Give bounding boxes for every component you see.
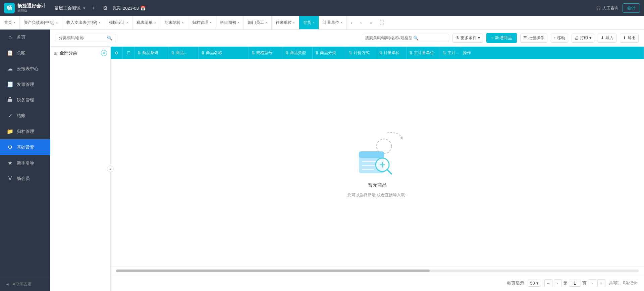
export-button[interactable]: ⬆ 导出 <box>620 34 639 43</box>
first-page-button[interactable]: « <box>544 279 552 287</box>
horizontal-scrollbar[interactable] <box>116 270 639 272</box>
add-tab-button[interactable]: + <box>89 3 98 13</box>
export-icon: ⬆ <box>623 36 626 40</box>
calendar-icon[interactable]: 📅 <box>140 6 146 11</box>
edit-category-icon[interactable]: ✏ <box>101 50 107 56</box>
tab-contacts[interactable]: 往来单位 × <box>272 16 300 29</box>
tab-income[interactable]: 收入支出表(年报) × <box>62 16 105 29</box>
tab-close-icon[interactable]: × <box>99 21 101 25</box>
logo-text: 畅捷通好会计 旗舰版 <box>17 3 46 13</box>
tab-template[interactable]: 模版设计 × <box>105 16 133 29</box>
th-operation: 操作 <box>460 47 644 59</box>
svg-line-8 <box>387 169 391 174</box>
tab-unit[interactable]: 计量单位 × <box>319 16 347 29</box>
table-search-input[interactable] <box>365 36 412 40</box>
next-page-button[interactable]: › <box>588 279 596 287</box>
sidebar-item-member[interactable]: V 畅会员 <box>0 171 50 186</box>
cloud-icon: ☁ <box>7 65 13 72</box>
sidebar-collapse-button[interactable]: ◄ ◄取消固定 <box>0 277 50 291</box>
tab-period-close[interactable]: 期末结转 × <box>160 16 188 29</box>
account-button[interactable]: 会计 <box>623 3 640 13</box>
all-category-label: 全部分类 <box>60 50 77 56</box>
sidebar-item-cloud-report[interactable]: ☁ 云报表中心 <box>0 61 50 77</box>
th-main-unit[interactable]: ⇅主计量单位 <box>407 47 440 59</box>
sidebar-item-home[interactable]: ⌂ 首页 <box>0 30 50 45</box>
svg-rect-3 <box>359 151 384 158</box>
tab-inventory[interactable]: 存货 × <box>299 16 319 29</box>
folder-icon: 📁 <box>7 128 13 135</box>
scrollbar-thumb[interactable] <box>116 270 430 272</box>
close-all-tabs-button[interactable]: × <box>366 16 376 29</box>
tab-close-icon[interactable]: × <box>154 21 156 25</box>
pagination: 每页显示 50 ▾ « ‹ 第 页 › » 共0页，0条记录 <box>111 275 644 291</box>
table-search-box[interactable]: 🔍 <box>362 34 449 42</box>
th-spec[interactable]: ⇅规格型号 <box>249 47 282 59</box>
page-body: ⊞ 全部分类 ✏ ◄ ⚙ ☐ ⇅商品条码 <box>50 47 644 291</box>
tab-dept-staff[interactable]: 部门员工 × <box>244 16 272 29</box>
page-number-input[interactable] <box>569 280 581 287</box>
th-settings[interactable]: ⚙ <box>111 47 123 59</box>
sidebar-item-guide[interactable]: ★ 新手引导 <box>0 155 50 171</box>
th-extra-col[interactable]: ⇅主计... <box>440 47 460 59</box>
collapse-panel-button[interactable]: ◄ <box>107 165 114 172</box>
th-barcode[interactable]: ⇅商品条码 <box>135 47 168 59</box>
checkmark-icon: ✓ <box>7 112 13 119</box>
search-icon[interactable]: 🔍 <box>413 36 419 41</box>
sidebar-item-invoice[interactable]: 🧾 发票管理 <box>0 77 50 92</box>
tab-close-icon[interactable]: × <box>237 21 239 25</box>
filter-icon: ⚗ <box>455 36 459 40</box>
tab-close-icon[interactable]: × <box>126 21 128 25</box>
th-category[interactable]: ⇅商品分类 <box>313 47 346 59</box>
tab-taxform[interactable]: 税表清单 × <box>132 16 160 29</box>
per-page-select[interactable]: 50 ▾ <box>528 280 541 287</box>
sidebar-item-close[interactable]: ✓ 结账 <box>0 108 50 124</box>
th-product-type[interactable]: ⇅商品类型 <box>282 47 313 59</box>
tab-close-icon[interactable]: × <box>265 21 267 25</box>
logo-icon: 畅 <box>4 3 15 13</box>
th-price-method[interactable]: ⇅计价方式 <box>346 47 376 59</box>
print-button[interactable]: 🖨 打印 ▾ <box>572 34 594 43</box>
horizontal-scrollbar-area <box>111 266 644 275</box>
tab-close-icon[interactable]: × <box>340 21 342 25</box>
tab-close-icon[interactable]: × <box>182 21 184 25</box>
sidebar-item-settings[interactable]: ⚙ 基础设置 <box>0 139 50 155</box>
th-unit[interactable]: ⇅计量单位 <box>376 47 407 59</box>
period-info: 账期 2023-03 📅 <box>113 5 146 11</box>
tab-close-icon[interactable]: × <box>313 21 315 25</box>
filter-button[interactable]: ⚗ 更多条件 ▾ <box>452 34 483 43</box>
expand-tab-button[interactable]: ⛶ <box>376 16 387 29</box>
move-button[interactable]: ↕ 移动 <box>551 34 568 43</box>
last-page-button[interactable]: » <box>597 279 605 287</box>
tab-close-icon[interactable]: × <box>293 21 295 25</box>
grid-icon: ⊞ <box>54 50 58 56</box>
tab-close-icon[interactable]: × <box>13 21 15 25</box>
tab-subject-init[interactable]: 科目期初 × <box>216 16 244 29</box>
th-product-code[interactable]: ⇅商品... <box>168 47 199 59</box>
th-checkbox[interactable]: ☐ <box>123 47 135 59</box>
tab-archive[interactable]: 归档管理 × <box>188 16 216 29</box>
prev-page-button[interactable]: ‹ <box>554 279 562 287</box>
category-actions: ✏ <box>101 50 107 56</box>
total-records-label: 共0页，0条记录 <box>609 280 637 286</box>
service-button[interactable]: 🎧 人工咨询 <box>596 5 619 11</box>
import-button[interactable]: ⬇ 导入 <box>598 34 616 43</box>
batch-operation-button[interactable]: ☰ 批量操作 <box>520 34 547 43</box>
th-product-name[interactable]: ⇅商品名称 <box>199 47 249 59</box>
header-middle: 基层工会测试 ▼ + ⚙ 账期 2023-03 📅 <box>54 3 596 13</box>
category-search-input[interactable] <box>59 36 106 40</box>
settings-icon[interactable]: ⚙ <box>101 3 110 13</box>
sidebar-item-ledger[interactable]: 📋 总账 <box>0 45 50 61</box>
company-selector[interactable]: 基层工会测试 ▼ <box>54 5 86 11</box>
tab-next-button[interactable]: › <box>356 16 366 29</box>
tab-close-icon[interactable]: × <box>56 21 58 25</box>
sidebar-item-archive[interactable]: 📁 归档管理 <box>0 124 50 139</box>
tab-close-icon[interactable]: × <box>210 21 212 25</box>
tab-prev-button[interactable]: ‹ <box>347 16 356 29</box>
chevron-down-icon: ▾ <box>589 36 591 40</box>
sidebar-item-tax[interactable]: 🏛 税务管理 <box>0 92 50 108</box>
tab-home[interactable]: 首页 × <box>0 16 20 29</box>
search-icon[interactable]: 🔍 <box>107 36 112 41</box>
category-search-box[interactable]: 🔍 <box>56 34 116 42</box>
tab-balance-sheet[interactable]: 资产负债表(中期) × <box>20 16 62 29</box>
add-product-button[interactable]: + 新增商品 <box>486 33 517 43</box>
